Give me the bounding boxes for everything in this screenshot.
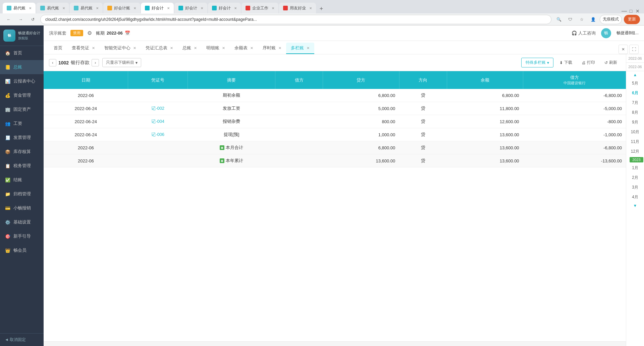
browser-tab-2[interactable]: 易代账 ✕ <box>36 3 69 13</box>
summary-icon: ◉ <box>220 158 224 163</box>
logo-text: 畅捷通好会计 <box>18 31 40 36</box>
sidebar-item-expense[interactable]: 💳 小畅报销 <box>0 201 44 215</box>
date-panel-item[interactable]: 10月 <box>628 127 642 137</box>
bottom-scrollbar[interactable] <box>44 341 626 346</box>
summary-cell: 提现[预] <box>188 128 275 141</box>
tab-voucher-summary-close[interactable]: ✕ <box>170 46 173 50</box>
sidebar-item-asset[interactable]: 🏢 固定资产 <box>0 102 44 116</box>
tab-close-1[interactable]: ✕ <box>29 6 32 10</box>
minimize-button[interactable]: — <box>622 9 627 13</box>
date-panel-header-1: 2022-06 <box>626 54 644 63</box>
sidebar-item-home[interactable]: 🏠 首页 <box>0 46 44 60</box>
sub-account-filter[interactable]: 只显示下级科目 ▾ <box>102 58 141 67</box>
tab-chronological[interactable]: 序时账 ✕ <box>258 43 286 54</box>
date-panel-item[interactable]: 9月 <box>628 117 642 127</box>
multi-col-button[interactable]: 特殊多栏账 ▾ <box>521 58 553 67</box>
update-button[interactable]: 更新 <box>624 15 640 24</box>
date-panel-item[interactable]: 3月 <box>628 183 642 192</box>
tab-detail-ledger-close[interactable]: ✕ <box>222 46 225 50</box>
date-panel-item[interactable]: 2023 <box>630 157 643 162</box>
tab-maximize-button[interactable]: ⛶ <box>629 45 639 54</box>
date-panel-item[interactable]: 5月 <box>628 79 642 88</box>
sidebar-item-guide[interactable]: 🎯 新手引导 <box>0 229 44 243</box>
print-button[interactable]: 🖨 打印 <box>578 58 598 67</box>
browser-tab-1[interactable]: 易代账 ✕ <box>3 3 36 13</box>
refresh-button[interactable]: ↺ 刷新 <box>601 58 621 67</box>
sidebar-item-invoice[interactable]: 🧾 发票管理 <box>0 131 44 145</box>
tab-general-ledger[interactable]: 总账 ✕ <box>178 43 202 54</box>
browser-tab-6[interactable]: 好会计 ✕ <box>174 3 207 13</box>
sidebar-item-settings[interactable]: ⚙️ 基础设置 <box>0 215 44 229</box>
tab-balance-sheet[interactable]: 余额表 ✕ <box>230 43 258 54</box>
sidebar-item-archive[interactable]: 📁 归档管理 <box>0 187 44 201</box>
tab-view-voucher[interactable]: 查看凭证 ✕ <box>67 43 100 54</box>
maximize-button[interactable]: □ <box>629 9 633 13</box>
voucher-link[interactable]: 记-004 <box>128 115 188 128</box>
stealth-label: 无痕模式 <box>603 16 619 22</box>
date-panel-item[interactable]: 6月 <box>628 88 642 98</box>
back-button[interactable]: ← <box>4 15 13 24</box>
tab-multi-column[interactable]: 多栏账 ✕ <box>286 43 314 54</box>
date-scroll-down-button[interactable]: ▼ <box>626 202 644 209</box>
logo-icon: 畅 <box>3 30 15 42</box>
sidebar-item-close[interactable]: ✅ 结账 <box>0 173 44 187</box>
url-input[interactable]: cloud2.chanjet.com/accounting/uh26t264j5… <box>40 15 551 24</box>
period-value: 2022-06 <box>107 31 123 36</box>
tab-balance-sheet-close[interactable]: ✕ <box>250 46 253 50</box>
browser-tab-4[interactable]: 好会计账 ✕ <box>103 3 140 13</box>
tab-smart-voucher-label: 智能凭证中心 <box>104 45 130 51</box>
tab-detail-ledger[interactable]: 明细账 ✕ <box>202 43 230 54</box>
close-button[interactable]: ✕ <box>635 9 640 13</box>
sidebar-item-ledger[interactable]: 📒 总账 <box>0 60 44 74</box>
tab-home[interactable]: 首页 <box>49 43 67 54</box>
sidebar-label-close: 结账 <box>13 177 22 183</box>
voucher-link[interactable]: 记-002 <box>128 102 188 115</box>
tab-general-ledger-close[interactable]: ✕ <box>194 46 197 50</box>
sidebar-item-report[interactable]: 📊 云报表中心 <box>0 74 44 88</box>
tab-view-voucher-close[interactable]: ✕ <box>92 46 95 50</box>
date-panel-item[interactable]: 4月 <box>628 192 642 202</box>
next-account-button[interactable]: › <box>92 59 99 66</box>
sidebar-item-member[interactable]: 👑 畅会员 <box>0 243 44 257</box>
new-tab-button[interactable]: + <box>317 4 326 13</box>
date-panel-item[interactable]: 7月 <box>628 98 642 108</box>
browser-tab-7[interactable]: 好会计 ✕ <box>208 3 241 13</box>
download-button[interactable]: ⬇ 下载 <box>556 58 576 67</box>
tab-voucher-summary[interactable]: 凭证汇总表 ✕ <box>141 43 178 54</box>
sidebar-item-salary[interactable]: 👥 工资 <box>0 116 44 131</box>
date-panel-item[interactable]: 1月 <box>628 163 642 173</box>
tab-label-1: 易代账 <box>13 5 25 11</box>
tab-close-all-button[interactable]: ✕ <box>619 45 628 54</box>
browser-tab-8[interactable]: 企业工作 ✕ <box>241 3 278 13</box>
forward-button[interactable]: → <box>16 15 25 24</box>
sidebar-item-inventory[interactable]: 📦 库存核算 <box>0 145 44 159</box>
col-sub-header: 借方 中国建设银行 <box>523 71 626 89</box>
stealth-mode-button[interactable]: 无痕模式 <box>600 15 622 24</box>
tab-smart-voucher-close[interactable]: ✕ <box>133 46 136 50</box>
tab-smart-voucher[interactable]: 智能凭证中心 ✕ <box>100 43 141 54</box>
search-icon[interactable]: 🔍 <box>554 15 564 24</box>
browser-tab-3[interactable]: 易代账 ✕ <box>70 3 103 13</box>
profile-icon[interactable]: 👤 <box>588 15 598 24</box>
date-scroll-up-button[interactable]: ▲ <box>626 71 644 79</box>
voucher-link[interactable]: 记-006 <box>128 128 188 141</box>
browser-tab-5[interactable]: 好会计 ✕ <box>141 3 174 13</box>
tab-multi-column-close[interactable]: ✕ <box>307 46 310 50</box>
star-icon[interactable]: ☆ <box>577 15 586 24</box>
sidebar-item-fund[interactable]: 💰 资金管理 <box>0 88 44 102</box>
browser-tab-9[interactable]: 用友好业 ✕ <box>279 3 316 13</box>
date-panel-item[interactable]: 11月 <box>628 137 642 147</box>
demo-badge[interactable]: 禁用 <box>70 30 83 36</box>
sidebar-item-tax[interactable]: 📋 税务管理 <box>0 159 44 173</box>
consultant-button[interactable]: 🎧 人工咨询 <box>572 30 596 36</box>
sidebar-label-fund: 资金管理 <box>13 92 31 98</box>
refresh-button[interactable]: ↺ <box>28 15 38 24</box>
settings-gear-icon[interactable]: ⚙ <box>87 30 92 36</box>
prev-account-button[interactable]: ‹ <box>49 59 56 66</box>
calendar-icon[interactable]: 📅 <box>125 31 130 36</box>
date-panel-item[interactable]: 12月 <box>628 147 642 156</box>
sidebar-collapse-button[interactable]: ◄ 取消固定 <box>0 333 44 346</box>
date-panel-item[interactable]: 2月 <box>628 173 642 183</box>
date-panel-item[interactable]: 8月 <box>628 108 642 117</box>
tab-chronological-close[interactable]: ✕ <box>278 46 281 50</box>
